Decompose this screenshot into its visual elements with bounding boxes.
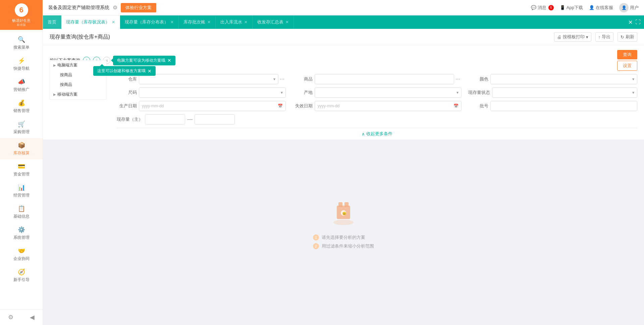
inv-status-select[interactable]: ▾ (492, 88, 637, 98)
print-icon: 🖨 (557, 35, 561, 40)
tab-inventory-dist[interactable]: 现存量（库存分布表） ✕ (120, 15, 179, 29)
tooltip-plan-edit: 这里可以创建和修改方案哦 ✕ (93, 66, 156, 76)
warehouse-label: 仓库 (117, 76, 137, 82)
product-input[interactable] (315, 74, 454, 84)
search-set-btns: 查询 设置 (617, 50, 637, 71)
warehouse-dots[interactable]: ⋯ (278, 76, 286, 82)
sidebar-item-inventory[interactable]: 📦 库存核算 (0, 138, 43, 159)
color-label: 颜色 (468, 76, 488, 82)
tab-close-inventory-status[interactable]: ✕ (112, 20, 115, 24)
sidebar-item-guide[interactable]: 🧭 新手引导 (0, 265, 43, 286)
sidebar-item-quick[interactable]: ⚡ 快捷导航 (0, 54, 43, 75)
sidebar-item-search[interactable]: 🔍 搜索菜单 (0, 33, 43, 54)
header-left: 装备及固定资产辅助管理系统 ⚙ 体验行业方案 (48, 3, 156, 12)
sidebar-item-system[interactable]: ⚙️ 系统管理 (0, 223, 43, 244)
origin-select[interactable]: ▾ (315, 88, 462, 98)
industry-btn[interactable]: 体验行业方案 (121, 3, 156, 12)
app-download-action[interactable]: 📱 App下载 (560, 5, 583, 11)
tab-close-batch[interactable]: ✕ (207, 20, 211, 24)
tab-close-all-icon[interactable]: ✕ (628, 19, 633, 25)
message-action[interactable]: 💬 消息 6 (531, 5, 554, 11)
tab-inout-label: 出入库流水 (220, 19, 242, 25)
inv-qty-to[interactable] (195, 114, 235, 124)
expiry-date-label: 失效日期 (292, 103, 313, 109)
support-icon: 👤 (589, 5, 594, 10)
color-select-arrow: ▾ (632, 77, 634, 82)
sidebar-item-enterprise[interactable]: 🤝 企业协同 (0, 244, 43, 265)
message-icon: 💬 (531, 5, 536, 10)
tab-fullscreen-icon[interactable]: ⛶ (635, 19, 641, 25)
tab-collect[interactable]: 收发存汇总表 ✕ (253, 15, 294, 29)
guide-icon: 🧭 (18, 268, 25, 276)
settings-icon[interactable]: ⚙ (113, 4, 117, 11)
expand-icon: ▶ (53, 63, 56, 67)
settings-bottom-icon[interactable]: ⚙ (8, 314, 13, 321)
sidebar-item-operation[interactable]: 📊 经营管理 (0, 180, 43, 202)
filter-origin: 产地 ▾ (292, 88, 462, 98)
tab-close-inout[interactable]: ✕ (244, 20, 248, 24)
svg-point-0 (333, 220, 354, 225)
inv-qty-label: 现存量（主） (117, 116, 143, 122)
tooltip2-close[interactable]: ✕ (148, 68, 152, 74)
purchase-icon: 🛒 (18, 120, 25, 128)
size-select[interactable]: ▾ (139, 88, 286, 98)
inv-qty-from[interactable] (145, 114, 185, 124)
quick-icon: ⚡ (18, 57, 25, 64)
refresh-btn[interactable]: ↻ 刷新 (618, 32, 637, 42)
tab-close-collect[interactable]: ✕ (285, 20, 289, 24)
filter-area: 仓库 ▾ ⋯ 商品 ⋯ 颜色 (50, 74, 637, 140)
tab-home[interactable]: 首页 (43, 15, 61, 29)
plan-item-1[interactable]: 按商品 (57, 80, 106, 90)
filter-row-1: 仓库 ▾ ⋯ 商品 ⋯ 颜色 (117, 74, 637, 84)
tab-inventory-status-label: 现存量（库存状况表） (66, 19, 110, 25)
online-support-action[interactable]: 👤 在线客服 (589, 5, 613, 11)
prod-date-label: 生产日期 (117, 103, 137, 109)
filter-batch: 批号 (468, 101, 637, 111)
empty-hint-1: 1 请先选择要分析的方案 (313, 234, 374, 240)
empty-illustration: 😐 (327, 196, 360, 229)
empty-state: 😐 1 请先选择要分析的方案 2 用过滤条件来缩小分析范围 (43, 140, 644, 325)
filter-row-2: 尺码 ▾ 产地 ▾ 现存量状态 (117, 88, 637, 98)
filter-row-3: 生产日期 yyyy-mm-dd 📅 失效日期 yyyy-mm-dd 📅 (117, 101, 637, 111)
logo-text: 畅通好生意 (12, 18, 31, 23)
collapse-bar[interactable]: ∧ 收起更多条件 (117, 128, 637, 140)
expiry-date-input[interactable]: yyyy-mm-dd 📅 (315, 101, 462, 111)
warehouse-select[interactable]: ▾ (139, 74, 278, 84)
set-btn[interactable]: 设置 (617, 61, 637, 71)
collapse-sidebar-icon[interactable]: ◀ (30, 314, 35, 321)
search-btn[interactable]: 查询 (617, 50, 637, 59)
batch-input[interactable] (490, 101, 637, 111)
tab-inventory-status[interactable]: 现存量（库存状况表） ✕ (61, 15, 120, 29)
sidebar-item-sales[interactable]: 💰 销售管理 (0, 96, 43, 117)
product-dots[interactable]: ⋯ (454, 76, 462, 82)
prod-date-input[interactable]: yyyy-mm-dd 📅 (139, 101, 286, 111)
tab-close-inventory-dist[interactable]: ✕ (170, 20, 174, 24)
empty-hint-2: 2 用过滤条件来缩小分析范围 (313, 243, 374, 249)
tooltip1-close[interactable]: ✕ (167, 58, 171, 63)
print-btn[interactable]: 🖨 按模板打印 ▾ (554, 32, 591, 42)
tab-batch[interactable]: 库存批次账 ✕ (179, 15, 216, 29)
sidebar-item-purchase[interactable]: 🛒 采购管理 (0, 117, 43, 138)
user-action[interactable]: 👤 用户 (619, 3, 639, 12)
operation-icon: 📊 (18, 184, 25, 191)
basic-icon: 📋 (18, 205, 25, 212)
phone-icon: 📱 (560, 5, 565, 10)
plan-mobile-group[interactable]: ▶ 移动端方案 (50, 90, 106, 99)
sidebar: 6 畅通好生意 标准版 🔍 搜索菜单 ⚡ 快捷导航 📣 营销推广 💰 销售管理 … (0, 0, 43, 325)
filter-inv-status: 现存量状态 ▾ (468, 88, 637, 98)
svg-text:😐: 😐 (342, 211, 346, 216)
export-btn[interactable]: ↑ 导出 (595, 32, 614, 42)
sidebar-item-finance[interactable]: 💳 资金管理 (0, 159, 43, 180)
filter-color: 颜色 ▾ (468, 74, 637, 84)
page-actions: 🖨 按模板打印 ▾ ↑ 导出 ↻ 刷新 (554, 32, 638, 42)
query-section: 按以下方案查询 + ○ « 电脑方案可设为移动方案哦 ✕ 查询 设置 这里可以创… (43, 45, 644, 140)
content-area: 现存量查询(按仓库+商品) 🖨 按模板打印 ▾ ↑ 导出 ↻ 刷新 (43, 29, 644, 325)
sidebar-item-basic[interactable]: 📋 基础信息 (0, 202, 43, 223)
sidebar-nav: 🔍 搜索菜单 ⚡ 快捷导航 📣 营销推广 💰 销售管理 🛒 采购管理 📦 库存核… (0, 30, 43, 309)
avatar: 👤 (619, 3, 629, 12)
tab-inout[interactable]: 出入库流水 ✕ (216, 15, 253, 29)
color-select[interactable]: ▾ (490, 74, 637, 84)
tab-bar: 首页 现存量（库存状况表） ✕ 现存量（库存分布表） ✕ 库存批次账 ✕ 出入库… (43, 15, 644, 29)
sidebar-item-marketing[interactable]: 📣 营销推广 (0, 75, 43, 96)
filter-inv-qty: 现存量（主） — (117, 114, 637, 124)
